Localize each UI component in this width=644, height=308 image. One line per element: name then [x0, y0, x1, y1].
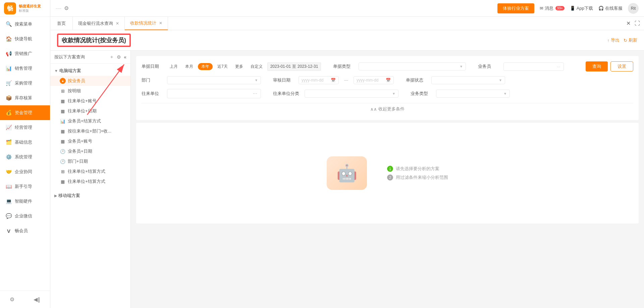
biz-type-select[interactable]: ▾ — [436, 90, 510, 98]
sidebar-item-guide[interactable]: 📖 新手引导 — [0, 179, 50, 194]
date-opt-custom[interactable]: 自定义 — [248, 63, 265, 70]
message-action[interactable]: ✉ 消息 99+ — [540, 5, 565, 11]
sidebar-item-basic[interactable]: 🗂️ 基础信息 — [0, 135, 50, 150]
sidebar-item-finance[interactable]: 💰 资金管理 — [0, 105, 50, 120]
sidebar-item-vip[interactable]: V 畅会员 — [0, 223, 50, 238]
tree-item-partner-settle2[interactable]: ▦ 往来单位+结算方式 — [50, 176, 130, 187]
dept-select[interactable]: ▾ — [167, 76, 261, 84]
active-item-icon: ● — [60, 78, 66, 84]
calendar-icon-1: 📅 — [331, 78, 336, 83]
main-content: 收款情况统计(按业务员) ↑ 导出 ↻ 刷新 按以下方案查询 ＋ ⚙ « — [50, 30, 644, 308]
left-panel-header: 按以下方案查询 ＋ ⚙ « — [50, 51, 130, 64]
date-opt-last-month[interactable]: 上月 — [167, 63, 180, 70]
content-area: 按以下方案查询 ＋ ⚙ « — [50, 51, 644, 308]
headset-icon: 🎧 — [598, 6, 604, 11]
review-date-label: 审核日期 — [273, 77, 293, 83]
inventory-icon: 📦 — [5, 95, 12, 101]
sidebar-item-corp[interactable]: 🤝 企业协同 — [0, 164, 50, 179]
maximize-icon[interactable]: ⛶ — [635, 20, 640, 27]
review-date-to[interactable]: yyyy-mm-dd 📅 — [354, 76, 394, 84]
chart-icon: 📊 — [60, 118, 66, 124]
sidebar-item-inventory[interactable]: 📦 库存核算 — [0, 91, 50, 105]
salesman-dots[interactable]: ··· — [557, 64, 560, 69]
tree-item-partner-date[interactable]: ▦ 往来单位+日期 — [50, 106, 130, 116]
date-selector: 上月 本月 本年 近7天 更多 自定义 2023-01-01 至 2023-12… — [167, 62, 321, 71]
salesman-select[interactable]: ··· — [503, 62, 564, 71]
sidebar-item-wechat[interactable]: 💬 企业微信 — [0, 209, 50, 223]
filter-row-3: 往来单位 ··· 往来单位分类 ▾ 业务类型 ▾ — [142, 89, 633, 98]
tree-item-salesman-account[interactable]: ▦ 业务员+账号 — [50, 136, 130, 146]
clock-icon-2: 🕐 — [60, 158, 66, 164]
tab-bank[interactable]: 现金银行流水查询 ✕ — [73, 17, 125, 30]
collapse-panel-icon[interactable]: « — [124, 54, 126, 60]
page-title-box: 收款情况统计(按业务员) — [57, 34, 131, 47]
action-buttons: 查询 设置 — [586, 61, 633, 71]
date-opt-7days[interactable]: 近7天 — [215, 63, 230, 70]
logo-text: 畅捷通好生意 标准版 — [19, 4, 41, 13]
empty-state-area: 🤖 1 请先选择要分析的方案 2 用过滤条件来缩小分析范围 — [136, 123, 639, 223]
topbar: ····· ⚙ 体验行业方案 ✉ 消息 99+ 📱 App下载 🎧 在线客服 R… — [50, 0, 644, 17]
partner-dots[interactable]: ··· — [253, 91, 257, 97]
left-panel-icons: ＋ ⚙ « — [109, 54, 126, 60]
refresh-icon: ↻ — [624, 38, 627, 43]
review-date-from[interactable]: yyyy-mm-dd 📅 — [299, 76, 339, 84]
settings-button[interactable]: 设置 — [610, 61, 633, 71]
collapse-icon[interactable]: ◀‖ — [31, 294, 43, 305]
filter-row-1: 单据日期 上月 本月 本年 近7天 更多 自定义 2023-01-01 至 20… — [142, 61, 633, 71]
tab-bank-close[interactable]: ✕ — [116, 21, 119, 26]
settings-topbar-icon[interactable]: ⚙ — [64, 5, 69, 11]
refresh-button[interactable]: ↻ 刷新 — [624, 37, 637, 43]
partner-cat-select[interactable]: ▾ — [305, 90, 398, 98]
sidebar-item-system[interactable]: ⚙️ 系统管理 — [0, 150, 50, 164]
sidebar-item-sales[interactable]: 📊 销售管理 — [0, 61, 50, 76]
add-scheme-icon[interactable]: ＋ — [109, 54, 114, 60]
partner-cat-dropdown-icon: ▾ — [393, 91, 395, 96]
doc-type-select[interactable]: ▾ — [359, 62, 466, 70]
tab-collection-close[interactable]: ✕ — [159, 21, 162, 25]
tree-parent-mobile[interactable]: ▶ 移动端方案 — [50, 191, 130, 201]
doc-status-select[interactable]: ▾ — [431, 76, 505, 84]
sidebar-menu: 🔍 搜索菜单 🏠 快捷导航 📢 营销推广 📊 销售管理 🛒 采购管理 📦 库存核… — [0, 17, 50, 291]
empty-state-inner: 🤖 1 请先选择要分析的方案 2 用过滤条件来缩小分析范围 — [327, 156, 448, 190]
tree-item-partner-dept[interactable]: ▦ 按往来单位+部门+收... — [50, 126, 130, 136]
doc-status-label: 单据状态 — [406, 77, 426, 83]
sidebar-item-purchase[interactable]: 🛒 采购管理 — [0, 76, 50, 91]
tree-item-salesman-date[interactable]: 🕐 业务员+日期 — [50, 146, 130, 156]
tip-item-1: 1 请先选择要分析的方案 — [387, 166, 448, 172]
tree-item-partner-account[interactable]: ▦ 往来单位+账号 — [50, 96, 130, 106]
clock-icon-1: 🕐 — [60, 148, 66, 154]
system-icon: ⚙️ — [5, 154, 12, 160]
tree-item-dept-date[interactable]: 🕐 部门+日期 — [50, 156, 130, 166]
sidebar-item-quicknav[interactable]: 🏠 快捷导航 — [0, 32, 50, 46]
tree-item-salesman-settle[interactable]: 📊 业务员+结算方式 — [50, 116, 130, 126]
app-download-action[interactable]: 📱 App下载 — [570, 5, 593, 11]
date-opt-more[interactable]: 更多 — [232, 63, 246, 70]
collapse-row[interactable]: ∧∧ 收起更多条件 — [142, 103, 633, 115]
date-opt-this-month[interactable]: 本月 — [182, 63, 196, 70]
sidebar-item-operations[interactable]: 📈 经营管理 — [0, 120, 50, 135]
tree-item-salesman[interactable]: ● 按业务员 — [50, 76, 130, 86]
close-window-icon[interactable]: ✕ — [626, 20, 631, 27]
tab-home[interactable]: 首页 — [50, 17, 73, 30]
trial-button[interactable]: 体验行业方案 — [497, 3, 534, 13]
date-opt-this-year[interactable]: 本年 — [198, 63, 213, 70]
sidebar-item-search[interactable]: 🔍 搜索菜单 — [0, 17, 50, 32]
salesman-input-area: ··· — [503, 62, 564, 71]
query-button[interactable]: 查询 — [586, 61, 608, 71]
user-avatar[interactable]: Rit — [628, 3, 639, 14]
tip-num-1: 1 — [387, 166, 393, 172]
tab-collection[interactable]: 收款情况统计 ✕ — [125, 17, 168, 30]
gear-scheme-icon[interactable]: ⚙ — [117, 54, 121, 60]
tree-parent-desktop[interactable]: ▼ 电脑端方案 — [50, 66, 130, 76]
sidebar-item-hardware[interactable]: 💻 智能硬件 — [0, 194, 50, 209]
page-header: 收款情况统计(按业务员) ↑ 导出 ↻ 刷新 — [50, 30, 644, 51]
partner-select[interactable]: ··· — [167, 89, 261, 98]
wechat-icon: 💬 — [5, 213, 12, 219]
sidebar-item-marketing[interactable]: 📢 营销推广 — [0, 46, 50, 61]
tree-item-partner-settle1[interactable]: ⊞ 往来单位+结算方式 — [50, 166, 130, 176]
settings-bottom-icon[interactable]: ⚙ — [7, 294, 17, 305]
export-button[interactable]: ↑ 导出 — [607, 37, 620, 43]
online-service-action[interactable]: 🎧 在线客服 — [598, 5, 623, 11]
tree-item-detail[interactable]: ⊞ 按明细 — [50, 86, 130, 96]
date-range-display: 2023-01-01 至 2023-12-31 — [267, 62, 321, 71]
